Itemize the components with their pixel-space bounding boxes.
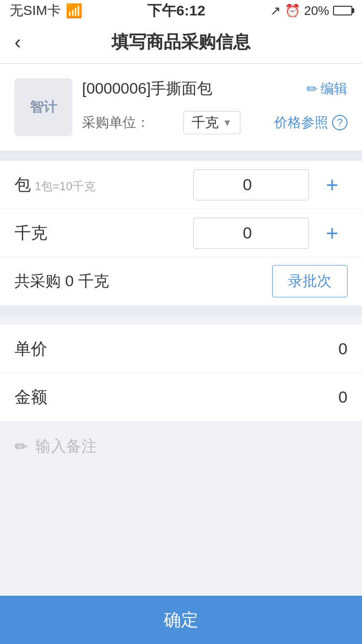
amount-label: 金额 xyxy=(14,386,338,408)
status-time: 下午6:12 xyxy=(147,1,205,21)
bag-input[interactable] xyxy=(193,169,309,200)
product-image: 智计 xyxy=(14,78,72,136)
edit-label: 编辑 xyxy=(320,80,348,98)
status-bar: 无SIM卡 📶 下午6:12 ↗ ⏰ 20% xyxy=(0,0,362,21)
batch-button[interactable]: 录批次 xyxy=(272,265,348,297)
page-title: 填写商品采购信息 xyxy=(111,30,251,54)
pencil-icon: ✏ xyxy=(14,437,28,456)
price-ref-button[interactable]: 价格参照 ? xyxy=(274,113,348,132)
product-title-row: [0000006]手撕面包 ✏ 编辑 xyxy=(82,78,348,99)
alarm-icon: ⏰ xyxy=(285,3,300,18)
product-image-text: 智计 xyxy=(30,98,57,116)
amount-row: 金额 0 xyxy=(0,373,362,421)
edit-button[interactable]: ✏ 编辑 xyxy=(306,80,348,98)
summary-row: 共采购 0 千克 录批次 xyxy=(0,257,362,306)
bag-input-row: 包1包=10千克 + xyxy=(0,161,362,209)
product-info: [0000006]手撕面包 ✏ 编辑 采购单位： 千克 ▼ 价格参照 ? xyxy=(82,78,348,134)
nav-bar: ‹ 填写商品采购信息 xyxy=(0,21,362,64)
status-left: 无SIM卡 📶 xyxy=(10,1,83,20)
wifi-icon: 📶 xyxy=(66,3,83,19)
unit-label: 采购单位： xyxy=(82,113,150,132)
carrier-label: 无SIM卡 xyxy=(10,1,61,20)
input-section: 包1包=10千克 + 千克 + 共采购 0 千克 录批次 xyxy=(0,161,362,306)
back-button[interactable]: ‹ xyxy=(14,31,21,53)
unit-price-row: 单价 0 xyxy=(0,325,362,373)
status-right: ↗ ⏰ 20% xyxy=(270,3,352,18)
unit-price-label: 单价 xyxy=(14,338,338,360)
chevron-down-icon: ▼ xyxy=(223,117,232,128)
price-ref-label: 价格参照 xyxy=(274,113,328,132)
confirm-button[interactable]: 确定 xyxy=(0,596,362,644)
battery-percent: 20% xyxy=(304,3,329,18)
bag-label: 包1包=10千克 xyxy=(14,174,96,196)
unit-price-value: 0 xyxy=(338,339,348,358)
divider-top xyxy=(0,151,362,161)
unit-value: 千克 xyxy=(192,113,219,132)
location-icon: ↗ xyxy=(270,3,281,18)
amount-value: 0 xyxy=(338,388,348,406)
kg-input-row: 千克 + xyxy=(0,209,362,257)
kg-label: 千克 xyxy=(14,222,92,244)
product-unit-row: 采购单位： 千克 ▼ 价格参照 ? xyxy=(82,111,348,134)
battery-icon xyxy=(333,6,352,15)
bag-plus-button[interactable]: + xyxy=(317,169,348,200)
product-section: 智计 [0000006]手撕面包 ✏ 编辑 采购单位： 千克 ▼ 价格参照 ? xyxy=(0,64,362,151)
content-filler xyxy=(0,472,362,568)
kg-plus-button[interactable]: + xyxy=(317,218,348,249)
kg-input[interactable] xyxy=(193,218,309,249)
note-placeholder: 输入备注 xyxy=(35,436,97,457)
bag-sublabel: 1包=10千克 xyxy=(35,180,96,193)
edit-icon: ✏ xyxy=(306,81,318,97)
note-section[interactable]: ✏ 输入备注 xyxy=(0,421,362,472)
divider-middle xyxy=(0,306,362,315)
product-name: [0000006]手撕面包 xyxy=(82,78,212,99)
help-icon: ? xyxy=(332,115,348,130)
info-section: 单价 0 金额 0 xyxy=(0,325,362,421)
summary-text: 共采购 0 千克 xyxy=(14,271,272,292)
unit-select[interactable]: 千克 ▼ xyxy=(183,111,240,134)
confirm-label: 确定 xyxy=(164,608,198,632)
